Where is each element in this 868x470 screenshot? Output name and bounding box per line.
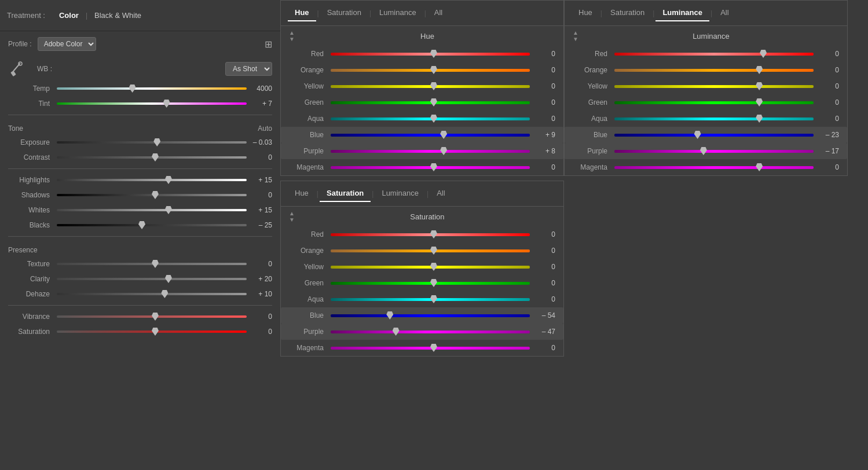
sat-purple-track[interactable] [331, 331, 530, 333]
hue-yellow-track[interactable] [331, 85, 530, 88]
shadows-thumb[interactable] [152, 191, 159, 199]
sat-orange-track[interactable] [331, 249, 530, 252]
hue-green-track[interactable] [331, 101, 530, 104]
sat-tab-hue[interactable]: Hue [288, 185, 316, 202]
hue-blue-track[interactable] [331, 134, 530, 137]
vibrance-thumb[interactable] [152, 313, 159, 321]
exposure-track[interactable] [57, 141, 247, 144]
exposure-thumb[interactable] [153, 138, 160, 146]
clarity-thumb[interactable] [165, 275, 172, 283]
lum-tab-luminance[interactable]: Luminance [655, 5, 709, 21]
lum-yellow-track[interactable] [614, 85, 814, 88]
clarity-track[interactable] [57, 278, 247, 280]
lum-tab-hue[interactable]: Hue [572, 5, 599, 21]
sat-tab-saturation[interactable]: Saturation [320, 185, 371, 202]
sat-yellow-track[interactable] [331, 266, 530, 269]
hue-purple-thumb[interactable] [440, 147, 447, 155]
treatment-color-btn[interactable]: Color [54, 9, 83, 21]
tone-auto-btn[interactable]: Auto [258, 124, 272, 133]
lum-orange-thumb[interactable] [756, 66, 763, 74]
sat-tab-luminance[interactable]: Luminance [375, 185, 426, 202]
hue-tab-all[interactable]: All [427, 5, 449, 21]
texture-thumb[interactable] [152, 260, 159, 268]
lum-tab-saturation[interactable]: Saturation [603, 5, 651, 21]
hue-orange-track[interactable] [331, 69, 530, 72]
sat-orange-thumb[interactable] [430, 247, 437, 255]
blacks-thumb[interactable] [138, 221, 145, 229]
lum-aqua-track[interactable] [614, 118, 814, 120]
treatment-bw-btn[interactable]: Black & White [90, 9, 146, 21]
dehaze-thumb[interactable] [161, 290, 168, 298]
lum-purple-thumb[interactable] [700, 147, 707, 155]
highlights-thumb[interactable] [165, 176, 172, 184]
hue-aqua-thumb[interactable] [430, 115, 437, 123]
left-panel: Treatment : Color | Black & White Profil… [0, 0, 280, 339]
temp-track[interactable] [57, 87, 247, 90]
grid-icon[interactable]: ⊞ [265, 39, 272, 50]
sat-tab-all[interactable]: All [430, 185, 452, 202]
whites-thumb[interactable] [165, 206, 172, 214]
sat-magenta-thumb[interactable] [430, 344, 437, 352]
hue-green-thumb[interactable] [430, 98, 437, 107]
sat-blue-thumb[interactable] [386, 311, 393, 320]
wb-select[interactable]: As Shot [225, 62, 272, 76]
lum-hsl-arrows[interactable]: ▲▼ [573, 30, 578, 42]
sat-purple-thumb[interactable] [393, 328, 400, 336]
shadows-track[interactable] [57, 194, 247, 196]
hue-red-track[interactable] [331, 53, 530, 56]
sat-tabs: Hue | Saturation | Luminance | All [281, 181, 563, 207]
hue-tab-luminance[interactable]: Luminance [372, 5, 423, 21]
lum-magenta-track[interactable] [614, 166, 814, 169]
hue-aqua-track[interactable] [331, 118, 530, 120]
whites-track[interactable] [57, 209, 247, 211]
hue-blue-thumb[interactable] [440, 131, 447, 139]
sat-hsl-arrows[interactable]: ▲▼ [289, 210, 295, 223]
dehaze-track[interactable] [57, 293, 247, 295]
sat-green-track[interactable] [331, 282, 530, 285]
contrast-thumb[interactable] [152, 153, 159, 161]
lum-green-label: Green [573, 98, 607, 107]
temp-thumb[interactable] [129, 85, 136, 93]
contrast-track[interactable] [57, 156, 247, 159]
saturation-left-track[interactable] [57, 331, 247, 333]
hue-purple-track[interactable] [331, 150, 530, 153]
eyedropper-icon[interactable] [8, 60, 25, 78]
tint-track[interactable] [57, 102, 247, 105]
hue-magenta-thumb[interactable] [430, 163, 437, 171]
sat-green-thumb[interactable] [430, 279, 437, 287]
lum-purple-track[interactable] [614, 150, 814, 153]
saturation-left-thumb[interactable] [152, 328, 159, 336]
lum-tab-all[interactable]: All [713, 5, 735, 21]
sat-red-track[interactable] [331, 233, 530, 236]
lum-green-thumb[interactable] [756, 98, 763, 107]
vibrance-track[interactable] [57, 315, 247, 318]
highlights-track[interactable] [57, 179, 247, 181]
hue-tab-saturation[interactable]: Saturation [320, 5, 368, 21]
sat-aqua-thumb[interactable] [430, 295, 437, 303]
hue-red-thumb[interactable] [430, 50, 437, 58]
hsl-arrows-up[interactable]: ▲▼ [289, 30, 295, 42]
lum-red-thumb[interactable] [760, 50, 767, 58]
lum-blue-track[interactable] [614, 134, 814, 137]
lum-aqua-thumb[interactable] [756, 115, 763, 123]
lum-yellow-thumb[interactable] [756, 82, 763, 90]
sat-magenta-track[interactable] [331, 347, 530, 350]
hue-magenta-track[interactable] [331, 166, 530, 169]
blacks-track[interactable] [57, 224, 247, 226]
lum-orange-track[interactable] [614, 69, 814, 72]
profile-select[interactable]: Adobe Color [38, 37, 96, 51]
presence-title: Presence [8, 246, 38, 254]
lum-blue-thumb[interactable] [694, 131, 701, 139]
lum-red-track[interactable] [614, 53, 814, 56]
hue-yellow-thumb[interactable] [430, 82, 437, 90]
lum-green-track[interactable] [614, 101, 814, 104]
sat-aqua-track[interactable] [331, 298, 530, 301]
sat-red-thumb[interactable] [430, 230, 437, 238]
sat-yellow-thumb[interactable] [430, 263, 437, 271]
hue-orange-thumb[interactable] [430, 66, 437, 74]
texture-track[interactable] [57, 263, 247, 265]
hue-tab-hue[interactable]: Hue [288, 5, 316, 21]
lum-magenta-thumb[interactable] [756, 163, 763, 171]
sat-blue-track[interactable] [331, 314, 530, 317]
tint-thumb[interactable] [163, 100, 170, 108]
